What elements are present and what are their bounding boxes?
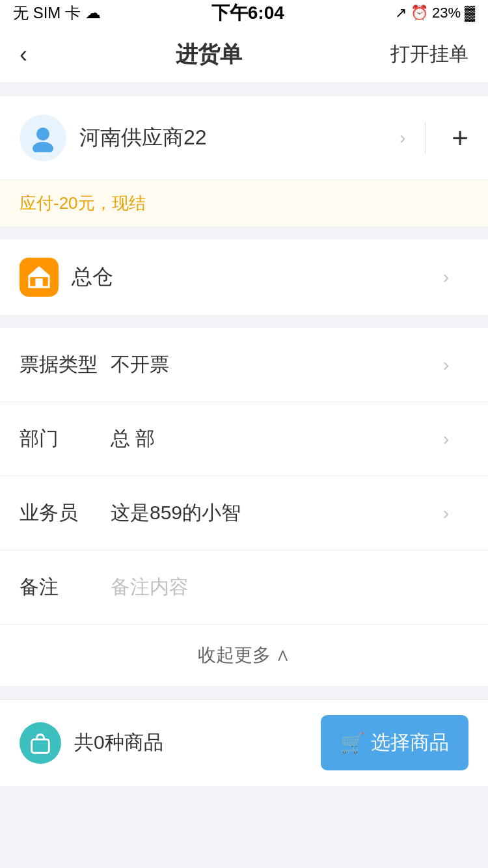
section-gap-3 bbox=[0, 315, 488, 328]
svg-marker-4 bbox=[28, 267, 50, 277]
form-section: 票据类型 不开票 › 部门 总 部 › 业务员 这是859的小智 › 备注 备注… bbox=[0, 328, 488, 686]
section-gap-1 bbox=[0, 83, 488, 96]
supplier-chevron-icon: › bbox=[400, 128, 405, 148]
remark-label: 备注 bbox=[20, 574, 111, 601]
alarm-icon: ⏰ bbox=[411, 5, 428, 21]
collapse-button[interactable]: 收起更多 ∧ bbox=[0, 624, 488, 686]
remark-input[interactable]: 备注内容 bbox=[111, 574, 468, 601]
salesperson-value: 这是859的小智 bbox=[111, 500, 443, 526]
salesperson-label: 业务员 bbox=[20, 500, 111, 526]
warehouse-row[interactable]: 总仓 › bbox=[0, 239, 488, 315]
status-right: ↗ ⏰ 23% ▓ bbox=[395, 5, 475, 21]
nav-bar: ‹ 进货单 打开挂单 bbox=[0, 26, 488, 83]
open-pending-button[interactable]: 打开挂单 bbox=[390, 41, 468, 68]
warning-banner: 应付-20元，现结 bbox=[0, 180, 488, 226]
select-product-label: 选择商品 bbox=[371, 729, 449, 756]
bag-icon bbox=[28, 731, 53, 755]
battery-level: 23% bbox=[432, 5, 461, 21]
status-bar: 无 SIM 卡 ☁ 下午6:04 ↗ ⏰ 23% ▓ bbox=[0, 0, 488, 26]
add-supplier-button[interactable]: + bbox=[452, 122, 468, 154]
warehouse-name: 总仓 bbox=[72, 263, 443, 292]
svg-point-1 bbox=[33, 142, 53, 152]
department-row[interactable]: 部门 总 部 › bbox=[0, 401, 488, 476]
page-background bbox=[0, 786, 488, 868]
department-value: 总 部 bbox=[111, 426, 443, 452]
product-count-icon bbox=[20, 722, 61, 764]
warehouse-chevron-icon: › bbox=[443, 267, 449, 288]
svg-rect-3 bbox=[35, 278, 42, 287]
vertical-divider bbox=[425, 122, 426, 154]
cart-plus-icon: 🛒 bbox=[340, 731, 364, 754]
department-label: 部门 bbox=[20, 426, 111, 452]
department-chevron: › bbox=[443, 429, 449, 450]
svg-rect-5 bbox=[32, 739, 49, 753]
page-title: 进货单 bbox=[176, 40, 242, 70]
supplier-name: 河南供应商22 bbox=[79, 124, 400, 152]
user-icon bbox=[29, 124, 57, 152]
sim-signal: 无 SIM 卡 ☁ bbox=[13, 3, 101, 23]
back-button[interactable]: ‹ bbox=[20, 41, 27, 68]
product-count-text: 共0种商品 bbox=[74, 729, 321, 756]
invoice-type-row[interactable]: 票据类型 不开票 › bbox=[0, 328, 488, 401]
select-product-button[interactable]: 🛒 选择商品 bbox=[321, 715, 468, 770]
invoice-type-label: 票据类型 bbox=[20, 351, 111, 378]
salesperson-row[interactable]: 业务员 这是859的小智 › bbox=[0, 476, 488, 550]
salesperson-chevron: › bbox=[443, 503, 449, 524]
battery-icon: ▓ bbox=[465, 5, 475, 21]
bottom-section: 共0种商品 🛒 选择商品 bbox=[0, 699, 488, 786]
supplier-section: 河南供应商22 › + 应付-20元，现结 bbox=[0, 96, 488, 226]
invoice-type-value: 不开票 bbox=[111, 351, 443, 378]
status-left: 无 SIM 卡 ☁ bbox=[13, 3, 101, 23]
remark-row[interactable]: 备注 备注内容 bbox=[0, 550, 488, 624]
supplier-row[interactable]: 河南供应商22 › + bbox=[0, 96, 488, 180]
location-icon: ↗ bbox=[395, 5, 407, 21]
warehouse-icon bbox=[20, 258, 59, 297]
status-time: 下午6:04 bbox=[211, 1, 284, 25]
house-icon bbox=[27, 265, 51, 290]
warehouse-section: 总仓 › bbox=[0, 239, 488, 315]
invoice-type-chevron: › bbox=[443, 355, 449, 375]
svg-point-0 bbox=[36, 128, 49, 141]
section-gap-4 bbox=[0, 686, 488, 699]
supplier-avatar bbox=[20, 115, 66, 161]
section-gap-2 bbox=[0, 226, 488, 239]
